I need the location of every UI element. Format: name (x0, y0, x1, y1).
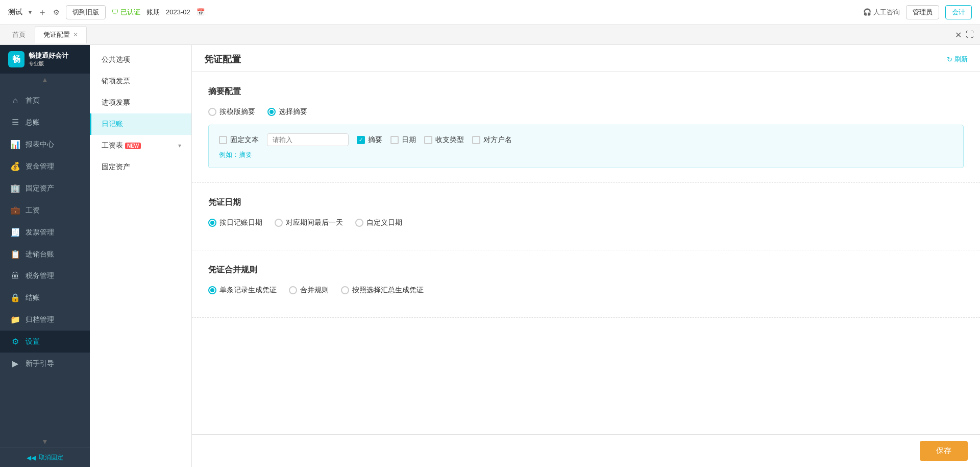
sub-nav-fixed-asset[interactable]: 固定资产 (90, 156, 191, 178)
asset-icon: 🏢 (10, 183, 20, 193)
calendar-icon[interactable]: 📅 (197, 8, 205, 16)
checkbox-counterpart[interactable]: 对方户名 (472, 135, 512, 145)
expand-icon[interactable]: ⛶ (966, 30, 974, 39)
radio-by-selection[interactable]: 按照选择汇总生成凭证 (341, 286, 424, 295)
refresh-icon: ↻ (947, 56, 952, 63)
tab-voucher-config[interactable]: 凭证配置 ✕ (35, 26, 87, 43)
unpin-sidebar-btn[interactable]: ◀◀ 取消固定 (0, 448, 90, 467)
page-wrapper: 公共选项 销项发票 进项发票 日记账 工资表 NEW ▾ 固定资产 凭证配置 ↻ (90, 45, 980, 467)
tab-home-label: 首页 (12, 30, 26, 39)
settings-nav-icon: ⚙ (10, 337, 20, 346)
merge-rule-circle (289, 286, 297, 294)
checkbox-payment-type[interactable]: 收支类型 (424, 135, 464, 145)
sub-nav-purchase-invoice[interactable]: 进项发票 (90, 92, 191, 113)
sidebar-item-tax[interactable]: 🏛 税务管理 (0, 265, 90, 287)
sidebar-logo: 畅 畅捷通好会计 专业版 (0, 45, 90, 74)
sidebar-item-report[interactable]: 📊 报表中心 (0, 133, 90, 155)
payroll-chevron-icon: ▾ (178, 142, 181, 149)
refresh-btn[interactable]: ↻ 刷新 (947, 55, 968, 64)
invoice-icon: 🧾 (10, 227, 20, 237)
summary-checkbox (357, 136, 365, 144)
summary-row: 固定文本 摘要 日期 (219, 133, 953, 146)
sidebar-item-home[interactable]: ⌂ 首页 (0, 90, 90, 111)
summary-radio-group: 按模版摘要 选择摘要 (208, 107, 964, 116)
journal-date-circle (208, 219, 216, 227)
scroll-down-indicator[interactable]: ▼ (0, 435, 90, 448)
sub-nav-public[interactable]: 公共选项 (90, 49, 191, 71)
radio-custom-date[interactable]: 自定义日期 (355, 218, 402, 227)
shield-icon: 🛡 (112, 8, 118, 16)
switch-old-btn[interactable]: 切到旧版 (66, 5, 106, 19)
radio-merge-rule[interactable]: 合并规则 (289, 286, 329, 295)
content-area: 公共选项 销项发票 进项发票 日记账 工资表 NEW ▾ 固定资产 凭证配置 ↻ (90, 45, 980, 467)
add-icon[interactable]: ＋ (38, 6, 47, 18)
fixed-text-input[interactable] (267, 133, 349, 146)
sidebar-item-settings[interactable]: ⚙ 设置 (0, 331, 90, 353)
manager-btn[interactable]: 管理员 (906, 5, 939, 19)
top-bar: 测试 ▾ ＋ ⚙ 切到旧版 🛡 已认证 账期 2023-02 📅 🎧 人工咨询 … (0, 0, 980, 25)
sidebar-item-trade[interactable]: 📋 进销台账 (0, 243, 90, 265)
report-icon: 📊 (10, 139, 20, 149)
sub-nav-payroll[interactable]: 工资表 NEW ▾ (90, 135, 191, 156)
checkbox-fixed-text[interactable]: 固定文本 (219, 135, 259, 145)
radio-period-last[interactable]: 对应期间最后一天 (275, 218, 343, 227)
sub-nav: 公共选项 销项发票 进项发票 日记账 工资表 NEW ▾ 固定资产 (90, 45, 192, 467)
radio-journal-date[interactable]: 按日记账日期 (208, 218, 262, 227)
sidebar-item-asset[interactable]: 🏢 固定资产 (0, 177, 90, 199)
settings-icon[interactable]: ⚙ (53, 8, 60, 16)
scroll-up-indicator[interactable]: ▲ (0, 74, 90, 86)
sidebar-nav: ⌂ 首页 ☰ 总账 📊 报表中心 💰 资金管理 🏢 固定资产 💼 工资 (0, 86, 90, 435)
logo-title: 畅捷通好会计 (29, 51, 68, 60)
summary-config-box: 固定文本 摘要 日期 (208, 125, 964, 168)
page-header: 凭证配置 ↻ 刷新 (192, 45, 980, 72)
guide-icon: ▶ (10, 359, 20, 368)
custom-date-circle (355, 219, 363, 227)
tab-voucher-config-label: 凭证配置 (43, 30, 70, 39)
radio-select-circle (267, 108, 276, 116)
merge-radio-group: 单条记录生成凭证 合并规则 按照选择汇总生成凭证 (208, 286, 964, 295)
sidebar-item-capital[interactable]: 💰 资金管理 (0, 155, 90, 177)
single-circle (208, 286, 216, 294)
salary-icon: 💼 (10, 205, 20, 215)
summary-section: 摘要配置 按模版摘要 选择摘要 (192, 72, 980, 183)
payment-type-checkbox (424, 136, 432, 144)
date-title: 凭证日期 (208, 197, 964, 208)
company-name: 测试 (8, 8, 22, 17)
checkbox-date[interactable]: 日期 (390, 135, 416, 145)
merge-section: 凭证合并规则 单条记录生成凭证 合并规则 (192, 250, 980, 318)
fixed-text-checkbox (219, 136, 227, 144)
certified-badge: 🛡 已认证 (112, 8, 140, 17)
merge-title: 凭证合并规则 (208, 265, 964, 275)
page-main: 凭证配置 ↻ 刷新 摘要配置 按模版摘要 (192, 45, 980, 467)
home-icon: ⌂ (10, 96, 20, 105)
example-text: 例如：摘要 (219, 150, 953, 159)
dropdown-icon[interactable]: ▾ (29, 9, 32, 16)
tab-close-icon[interactable]: ✕ (73, 31, 78, 38)
radio-select[interactable]: 选择摘要 (267, 107, 307, 116)
sidebar-item-close[interactable]: 🔒 结账 (0, 287, 90, 309)
radio-single[interactable]: 单条记录生成凭证 (208, 286, 277, 295)
save-btn[interactable]: 保存 (920, 441, 968, 461)
sub-nav-sales-invoice[interactable]: 销项发票 (90, 71, 191, 92)
by-selection-circle (341, 286, 349, 294)
accountant-btn[interactable]: 会计 (945, 5, 972, 19)
headset-icon: 🎧 (863, 8, 871, 16)
trade-icon: 📋 (10, 249, 20, 259)
period-last-circle (275, 219, 283, 227)
sidebar-item-salary[interactable]: 💼 工资 (0, 199, 90, 221)
sidebar-item-invoice[interactable]: 🧾 发票管理 (0, 221, 90, 243)
consult-btn[interactable]: 🎧 人工咨询 (863, 8, 900, 17)
tab-home[interactable]: 首页 (4, 26, 34, 43)
sidebar-item-archive[interactable]: 📁 归档管理 (0, 309, 90, 331)
checkbox-summary[interactable]: 摘要 (357, 135, 382, 145)
close-period-icon: 🔒 (10, 293, 20, 302)
radio-template[interactable]: 按模版摘要 (208, 107, 255, 116)
sidebar-item-guide[interactable]: ▶ 新手引导 (0, 353, 90, 375)
page-content: 摘要配置 按模版摘要 选择摘要 (192, 72, 980, 434)
close-window-icon[interactable]: ✕ (955, 30, 962, 39)
archive-icon: 📁 (10, 315, 20, 324)
period-label: 账期 (146, 8, 160, 17)
sub-nav-journal[interactable]: 日记账 (90, 113, 191, 135)
summary-title: 摘要配置 (208, 86, 964, 97)
sidebar-item-ledger[interactable]: ☰ 总账 (0, 111, 90, 133)
